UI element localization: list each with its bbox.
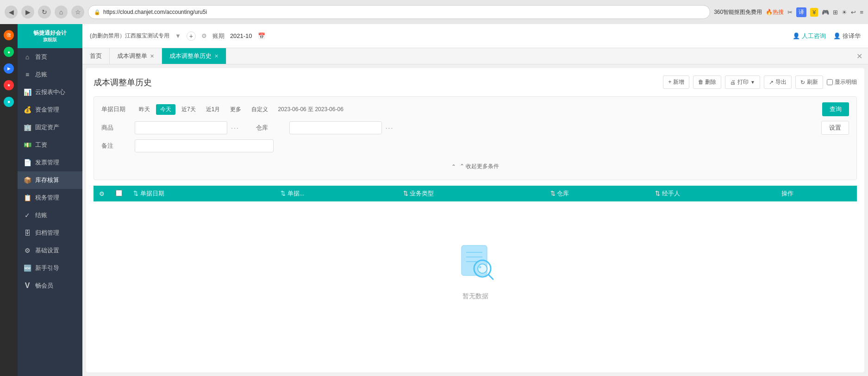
filter-row-date: 单据日期 昨天 今天 近7天 近1月 更多 自定义 2023-06-06 至 2… bbox=[101, 102, 849, 116]
show-details-checkbox[interactable] bbox=[827, 79, 833, 85]
action-buttons: 查询 bbox=[822, 102, 849, 116]
select-all-checkbox[interactable] bbox=[116, 190, 122, 196]
collapse-button[interactable]: ⌃ ⌃ 收起更多条件 bbox=[446, 161, 505, 172]
btn-yesterday[interactable]: 昨天 bbox=[135, 104, 154, 115]
sidebar-item-report[interactable]: 📊 云报表中心 bbox=[18, 83, 82, 101]
tab-cost-adjust-history[interactable]: 成本调整单历史 ✕ bbox=[162, 48, 226, 64]
tool-translate[interactable]: 译 bbox=[796, 7, 806, 17]
date-range-display: 2023-06-06 至 2023-06-06 bbox=[278, 106, 343, 113]
new-button[interactable]: + 新增 bbox=[663, 75, 689, 89]
tab-bar-close[interactable]: ✕ bbox=[856, 52, 868, 61]
remark-input[interactable] bbox=[135, 139, 274, 152]
sidebar-label-close: 结账 bbox=[35, 211, 47, 219]
period-label: 账期 bbox=[212, 32, 225, 40]
sidebar-item-member[interactable]: V 畅会员 bbox=[18, 277, 82, 295]
product-input-group: ··· bbox=[135, 121, 239, 134]
product-more-btn[interactable]: ··· bbox=[231, 124, 239, 132]
btn-more[interactable]: 更多 bbox=[226, 104, 245, 115]
sidebar: 畅捷通好会计 旗舰版 ⌂ 首页 ≡ 总账 📊 云报表中心 💰 资金管理 🏢 bbox=[18, 24, 82, 376]
add-tab-button[interactable]: + bbox=[187, 31, 196, 41]
sidebar-item-home[interactable]: ⌂ 首页 bbox=[18, 48, 82, 66]
svg-point-7 bbox=[479, 266, 481, 269]
filter-row-product-warehouse: 商品 ··· 仓库 ··· 设置 bbox=[101, 121, 849, 135]
th-settings[interactable]: ⚙ bbox=[94, 186, 110, 201]
query-button[interactable]: 查询 bbox=[822, 102, 849, 116]
page-header: 成本调整单历史 + 新增 🗑 删除 🖨 打印 ▼ ↗ 导出 ↻ bbox=[94, 75, 857, 89]
th-type[interactable]: ⇅ 业务类型 bbox=[398, 186, 545, 201]
tool-currency[interactable]: ¥ bbox=[810, 8, 818, 17]
th-ops: 操作 bbox=[776, 186, 857, 201]
sidebar-label-tax: 税务管理 bbox=[35, 194, 59, 202]
main-content: (勿删勿禁用）江西服宝测试专用 ▼ + ⚙ 账期 2021-10 📅 👤 人工咨… bbox=[82, 24, 868, 376]
dropdown-icon[interactable]: ▼ bbox=[175, 32, 181, 39]
warehouse-input[interactable] bbox=[289, 121, 382, 134]
sidebar-item-settings[interactable]: ⚙ 基础设置 bbox=[18, 242, 82, 259]
tab-cost-adjust-history-close[interactable]: ✕ bbox=[214, 53, 219, 59]
settings-button[interactable]: 设置 bbox=[821, 121, 849, 135]
th-check[interactable] bbox=[110, 186, 128, 201]
calendar-icon[interactable]: 📅 bbox=[258, 32, 265, 39]
gear-settings[interactable]: ⚙ bbox=[201, 32, 207, 39]
sidebar-item-fixed[interactable]: 🏢 固定资产 bbox=[18, 119, 82, 136]
sidebar-item-fund[interactable]: 💰 资金管理 bbox=[18, 101, 82, 119]
url-bar[interactable]: 🔒 https://cloud.chanjet.com/accounting/u… bbox=[88, 5, 710, 19]
tab-home[interactable]: 首页 bbox=[82, 48, 110, 64]
collapse-wrapper: ⌃ ⌃ 收起更多条件 bbox=[101, 157, 849, 172]
user-service[interactable]: 👤 人工咨询 bbox=[793, 32, 826, 40]
refresh-button[interactable]: ↻ 刷新 bbox=[795, 75, 823, 89]
print-icon: 🖨 bbox=[730, 79, 736, 86]
tool-game[interactable]: 🎮 bbox=[822, 9, 829, 16]
sidebar-item-close[interactable]: ✓ 结账 bbox=[18, 207, 82, 224]
rail-red[interactable]: ★ bbox=[1, 78, 16, 93]
refresh-button[interactable]: ↻ bbox=[38, 6, 51, 19]
sidebar-header: 畅捷通好会计 旗舰版 bbox=[18, 24, 82, 48]
sidebar-item-tax[interactable]: 📋 税务管理 bbox=[18, 189, 82, 207]
sidebar-item-inventory[interactable]: 📦 库存核算 bbox=[18, 171, 82, 189]
sidebar-item-salary[interactable]: 💵 工资 bbox=[18, 136, 82, 154]
show-details-toggle[interactable]: 显示明细 bbox=[827, 78, 857, 86]
warehouse-more-btn[interactable]: ··· bbox=[386, 124, 394, 132]
app-logo: 畅捷通好会计 旗舰版 bbox=[33, 30, 67, 43]
product-input[interactable] bbox=[135, 121, 227, 134]
delete-button[interactable]: 🗑 删除 bbox=[693, 75, 721, 89]
th-number[interactable]: ⇅ 单据... bbox=[275, 186, 398, 201]
print-dropdown[interactable]: ▼ bbox=[750, 80, 755, 85]
th-operator[interactable]: ⇅ 经手人 bbox=[649, 186, 775, 201]
btn-7days[interactable]: 近7天 bbox=[177, 104, 200, 115]
weibo-icon: 微 bbox=[4, 30, 14, 40]
rail-blue[interactable]: ▶ bbox=[1, 61, 16, 76]
rail-cyan[interactable]: ■ bbox=[1, 94, 16, 109]
svg-line-6 bbox=[488, 275, 493, 279]
btn-custom[interactable]: 自定义 bbox=[247, 104, 272, 115]
back-button[interactable]: ◀ bbox=[5, 6, 18, 19]
th-date[interactable]: ⇅ 单据日期 bbox=[128, 186, 275, 201]
tab-cost-adjust-close[interactable]: ✕ bbox=[150, 53, 154, 59]
settings-icon: ⚙ bbox=[23, 247, 31, 254]
btn-today[interactable]: 今天 bbox=[156, 104, 175, 115]
tab-cost-adjust[interactable]: 成本调整单 ✕ bbox=[110, 48, 162, 64]
search-hint: 360智能抠图免费用 bbox=[714, 8, 762, 16]
tab-bar: 首页 成本调整单 ✕ 成本调整单历史 ✕ ✕ bbox=[82, 48, 868, 64]
export-button[interactable]: ↗ 导出 bbox=[764, 75, 792, 89]
btn-1month[interactable]: 近1月 bbox=[202, 104, 225, 115]
table-header: ⚙ ⇅ 单据日期 ⇅ 单据... ⇅ 业务类型 bbox=[94, 186, 857, 201]
home-button[interactable]: ⌂ bbox=[55, 6, 68, 19]
star-button[interactable]: ☆ bbox=[71, 6, 84, 19]
sidebar-item-ledger[interactable]: ≡ 总账 bbox=[18, 66, 82, 83]
th-warehouse[interactable]: ⇅ 仓库 bbox=[545, 186, 650, 201]
sidebar-item-archive[interactable]: 🗄 归档管理 bbox=[18, 224, 82, 242]
forward-button[interactable]: ▶ bbox=[21, 6, 34, 19]
tab-cost-adjust-label: 成本调整单 bbox=[117, 52, 147, 60]
tool-menu[interactable]: ≡ bbox=[860, 9, 863, 16]
tool-brightness[interactable]: ☀ bbox=[842, 9, 847, 16]
empty-state: 暂无数据 bbox=[94, 201, 857, 338]
sidebar-item-invoice[interactable]: 📄 发票管理 bbox=[18, 154, 82, 171]
empty-text: 暂无数据 bbox=[462, 292, 488, 301]
print-button[interactable]: 🖨 打印 ▼ bbox=[725, 75, 760, 89]
rail-green[interactable]: ● bbox=[1, 44, 16, 59]
rail-weibo[interactable]: 微 bbox=[1, 28, 16, 43]
tool-scissors[interactable]: ✂ bbox=[787, 9, 793, 16]
sidebar-item-guide[interactable]: 🆕 新手引导 bbox=[18, 259, 82, 277]
tool-grid[interactable]: ⊞ bbox=[833, 9, 838, 16]
tool-back[interactable]: ↩ bbox=[851, 9, 856, 16]
